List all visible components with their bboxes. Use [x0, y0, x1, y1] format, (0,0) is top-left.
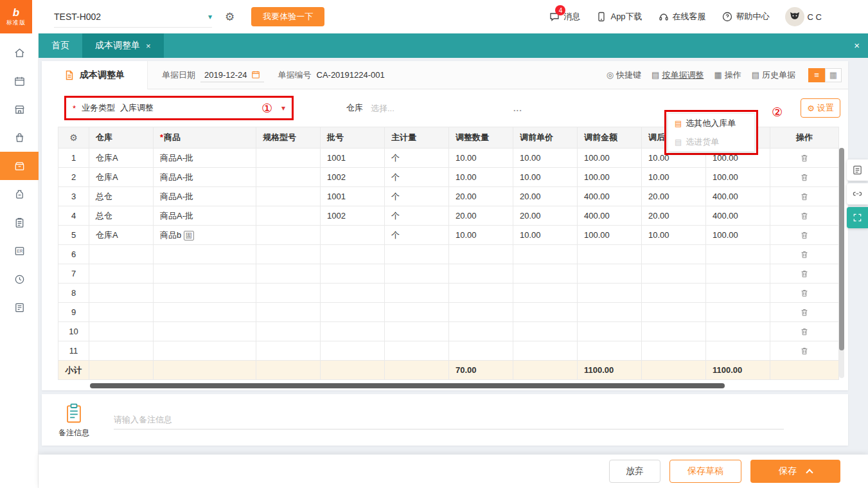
cell-product[interactable]: [154, 303, 256, 322]
cell-batch[interactable]: 1001: [321, 149, 385, 168]
cell-pre_price[interactable]: 20.00: [513, 187, 578, 206]
cell-unit[interactable]: [385, 303, 449, 322]
cell-product[interactable]: [154, 341, 256, 361]
cell-post_amount[interactable]: [706, 264, 770, 284]
attachment-tool-button[interactable]: [847, 183, 868, 204]
cell-qty[interactable]: [449, 341, 513, 361]
tab-cost-adjustment[interactable]: 成本调整单 ×: [82, 33, 164, 58]
delete-row-icon[interactable]: [800, 308, 809, 317]
cell-post_amount[interactable]: 100.00: [706, 168, 770, 187]
cell-qty[interactable]: 20.00: [449, 187, 513, 206]
cell-pre_amount[interactable]: [578, 264, 642, 284]
cell-product[interactable]: [154, 284, 256, 303]
cell-spec[interactable]: [256, 206, 321, 226]
biz-type-select[interactable]: * 业务类型 入库调整 ① ▾: [64, 96, 294, 120]
cell-qty[interactable]: [449, 245, 513, 264]
history-docs-button[interactable]: ▤ 历史单据: [752, 69, 795, 81]
settings-button[interactable]: ⚙ 设置: [801, 98, 840, 118]
list-view-button[interactable]: ≡: [808, 68, 825, 82]
cell-qty[interactable]: 10.00: [449, 226, 513, 245]
cell-post_price[interactable]: [642, 264, 706, 284]
app-download-button[interactable]: App下载: [596, 11, 642, 23]
cell-warehouse[interactable]: 总仓: [89, 187, 154, 206]
cell-batch[interactable]: [321, 284, 385, 303]
adjust-by-doc-button[interactable]: ▤ 按单据调整: [651, 69, 704, 81]
sidebar-item-funds[interactable]: [0, 180, 39, 208]
doc-tab[interactable]: 成本调整单: [42, 61, 148, 89]
cell-post_amount[interactable]: [706, 284, 770, 303]
cell-warehouse[interactable]: [89, 322, 154, 341]
cell-batch[interactable]: [321, 245, 385, 264]
expand-tool-button[interactable]: [847, 207, 868, 228]
cell-post_price[interactable]: 20.00: [642, 206, 706, 226]
cell-unit[interactable]: [385, 284, 449, 303]
delete-row-icon[interactable]: [800, 289, 809, 298]
cell-post_price[interactable]: [642, 284, 706, 303]
tab-home[interactable]: 首页: [39, 33, 82, 58]
cell-product[interactable]: [154, 322, 256, 341]
cell-qty[interactable]: [449, 322, 513, 341]
cell-product[interactable]: 商品A-批: [154, 168, 256, 187]
cell-post_price[interactable]: [642, 341, 706, 361]
company-selector[interactable]: TEST-H002 ▾: [54, 6, 212, 28]
cell-warehouse[interactable]: [89, 264, 154, 284]
cell-pre_price[interactable]: 10.00: [513, 149, 578, 168]
cell-qty[interactable]: [449, 303, 513, 322]
cell-batch[interactable]: [321, 264, 385, 284]
cell-post_amount[interactable]: [706, 303, 770, 322]
cell-product[interactable]: 商品A-批: [154, 149, 256, 168]
help-center-button[interactable]: 帮助中心: [722, 11, 770, 23]
cell-post_amount[interactable]: 400.00: [706, 206, 770, 226]
cell-spec[interactable]: [256, 341, 321, 361]
cell-pre_price[interactable]: [513, 284, 578, 303]
cell-spec[interactable]: [256, 168, 321, 187]
delete-row-icon[interactable]: [800, 347, 809, 356]
cell-unit[interactable]: 个: [385, 206, 449, 226]
delete-row-icon[interactable]: [800, 269, 809, 278]
cell-qty[interactable]: [449, 264, 513, 284]
cell-unit[interactable]: [385, 264, 449, 284]
cell-post_price[interactable]: [642, 245, 706, 264]
sidebar-item-new-doc[interactable]: [0, 293, 39, 321]
cell-unit[interactable]: 个: [385, 149, 449, 168]
user-menu[interactable]: C C: [785, 7, 822, 26]
cell-pre_price[interactable]: 20.00: [513, 206, 578, 226]
cell-unit[interactable]: 个: [385, 187, 449, 206]
cell-batch[interactable]: [321, 322, 385, 341]
discard-button[interactable]: 放弃: [609, 460, 660, 483]
operations-button[interactable]: ▦ 操作: [714, 69, 741, 81]
cell-batch[interactable]: [321, 341, 385, 361]
cell-post_price[interactable]: 10.00: [642, 226, 706, 245]
sidebar-item-checklist[interactable]: [0, 208, 39, 237]
cell-product[interactable]: 商品b 固: [154, 226, 256, 245]
cell-post_price[interactable]: 20.00: [642, 187, 706, 206]
vertical-scrollbar[interactable]: [839, 148, 844, 378]
dropdown-item-0[interactable]: ▤选其他入库单: [668, 114, 754, 132]
save-button[interactable]: 保存: [750, 460, 840, 483]
cell-warehouse[interactable]: [89, 284, 154, 303]
online-service-button[interactable]: 在线客服: [658, 11, 706, 23]
cell-post_amount[interactable]: [706, 341, 770, 361]
sidebar-item-home[interactable]: [0, 39, 39, 67]
save-draft-button[interactable]: 保存草稿: [669, 460, 741, 483]
delete-row-icon[interactable]: [800, 173, 809, 182]
cell-batch[interactable]: [321, 303, 385, 322]
cell-batch[interactable]: [321, 226, 385, 245]
cell-pre_amount[interactable]: 100.00: [578, 168, 642, 187]
cell-pre_amount[interactable]: [578, 284, 642, 303]
cell-pre_amount[interactable]: [578, 322, 642, 341]
cell-warehouse[interactable]: 仓库A: [89, 168, 154, 187]
cell-product[interactable]: [154, 245, 256, 264]
cell-qty[interactable]: 20.00: [449, 206, 513, 226]
cell-unit[interactable]: [385, 341, 449, 361]
sidebar-item-history[interactable]: [0, 265, 39, 293]
delete-row-icon[interactable]: [800, 212, 809, 221]
cell-pre_amount[interactable]: 100.00: [578, 149, 642, 168]
sidebar-item-schedule[interactable]: [0, 67, 39, 95]
cell-spec[interactable]: [256, 264, 321, 284]
vertical-scrollbar-thumb[interactable]: [839, 148, 844, 350]
cell-batch[interactable]: 1002: [321, 206, 385, 226]
cell-spec[interactable]: [256, 149, 321, 168]
cell-unit[interactable]: [385, 245, 449, 264]
cell-qty[interactable]: [449, 284, 513, 303]
